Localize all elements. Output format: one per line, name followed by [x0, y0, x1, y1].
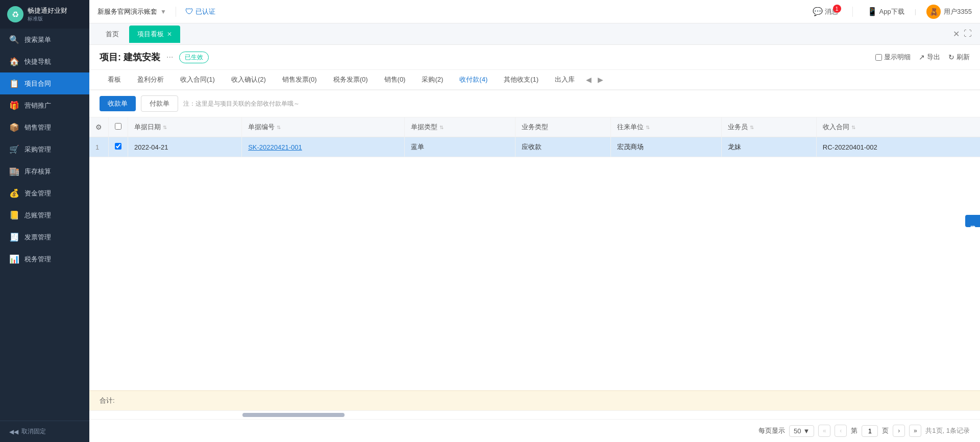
message-button[interactable]: 💬 消息 1	[813, 7, 838, 16]
subnav-tab-payment[interactable]: 收付款(4)	[451, 70, 496, 90]
shield-icon: 🛡	[185, 7, 193, 16]
sub-actionbar: 收款单 付款单 注：这里是与项目关联的全部收付款单哦～	[89, 90, 980, 117]
sidebar-item-label: 发票管理	[24, 233, 51, 242]
maximize-window-button[interactable]: ⛶	[964, 29, 972, 39]
page-input[interactable]	[862, 425, 878, 437]
sidebar-item-tax[interactable]: 📊 税务管理	[0, 248, 89, 270]
row-index-value: 1	[95, 143, 99, 151]
th-salesperson[interactable]: 业务员 ⇅	[722, 117, 816, 137]
sidebar-item-label: 总账管理	[24, 211, 51, 220]
first-page-button[interactable]: «	[818, 425, 830, 437]
sort-icon: ⇅	[851, 125, 855, 130]
subnav-prev-arrow[interactable]: ◀	[583, 70, 595, 89]
topbar: 新服务官网演示账套 ▼ 🛡 已认证 💬 消息 1 📱 App下载 | 🧸 用户3…	[89, 0, 980, 23]
sidebar-item-invoice[interactable]: 🧾 发票管理	[0, 226, 89, 248]
table-row[interactable]: 1 2022-04-21 SK-20220421-001 蓝单	[89, 137, 980, 157]
subnav-tab-purchase[interactable]: 采购(2)	[413, 70, 451, 90]
topbar-divider2	[852, 7, 853, 17]
receipt-bill-button[interactable]: 收款单	[100, 96, 136, 111]
tab-close-icon[interactable]: ✕	[167, 31, 172, 38]
show-detail-checkbox[interactable]: 显示明细	[875, 53, 911, 62]
row-checkbox[interactable]	[115, 143, 121, 150]
payment-bill-button[interactable]: 付款单	[141, 95, 178, 112]
gear-icon[interactable]: ⚙	[95, 123, 102, 131]
show-detail-check[interactable]	[875, 54, 882, 61]
sidebar-item-ledger[interactable]: 📒 总账管理	[0, 204, 89, 226]
row-income-contract-value: RC-20220401-002	[823, 143, 877, 151]
subnav-next-arrow[interactable]: ▶	[595, 70, 606, 89]
subnav-tab-profit[interactable]: 盈利分析	[129, 70, 172, 90]
topbar-certified: 🛡 已认证	[185, 7, 215, 16]
row-number[interactable]: SK-20220421-001	[242, 137, 404, 157]
th-gear[interactable]: ⚙	[89, 117, 109, 137]
app-download-button[interactable]: 📱 App下载	[867, 7, 904, 16]
invoice-icon: 🧾	[9, 232, 19, 242]
subnav-tab-purchase-label: 采购(2)	[422, 76, 443, 83]
sort-icon: ⇅	[439, 125, 444, 130]
user-menu[interactable]: 🧸 用户3355	[926, 5, 972, 19]
refresh-icon: ↻	[948, 53, 954, 61]
page-size-select[interactable]: 50 ▼	[789, 425, 814, 437]
row-number-link[interactable]: SK-20220421-001	[248, 143, 302, 151]
th-date[interactable]: 单据日期 ⇅	[128, 117, 242, 137]
topbar-project-name: 新服务官网演示账套	[97, 7, 157, 16]
app-logo-text: 畅捷通好业财 标准版	[28, 6, 67, 22]
th-type[interactable]: 单据类型 ⇅	[404, 117, 515, 137]
subnav-tab-income-contract-label: 收入合同(1)	[180, 76, 215, 83]
select-all-checkbox[interactable]	[115, 123, 121, 130]
row-type-value: 蓝单	[411, 143, 424, 151]
th-partner[interactable]: 往来单位 ⇅	[611, 117, 722, 137]
cancel-fixed-button[interactable]: ◀◀ 取消固定	[0, 421, 89, 442]
subnav-tab-other-expense[interactable]: 其他收支(1)	[496, 70, 547, 90]
topbar-dropdown-icon[interactable]: ▼	[160, 8, 166, 15]
export-button[interactable]: ↗ 导出	[919, 53, 940, 62]
subnav-tab-sales[interactable]: 销售(0)	[376, 70, 414, 90]
horizontal-scrollbar[interactable]	[242, 413, 345, 417]
sidebar-item-inventory[interactable]: 🏬 库存核算	[0, 160, 89, 182]
project-header-actions: 显示明细 ↗ 导出 ↻ 刷新	[875, 53, 970, 62]
sidebar-item-marketing[interactable]: 🎁 营销推广	[0, 94, 89, 116]
tab-project-board[interactable]: 项目看板 ✕	[129, 26, 180, 43]
tab-project-board-label: 项目看板	[137, 30, 164, 39]
page-unit: 页	[882, 426, 889, 435]
sidebar-item-purchase[interactable]: 🛒 采购管理	[0, 138, 89, 160]
prev-page-button[interactable]: ‹	[835, 425, 847, 437]
page-size-dropdown-icon: ▼	[803, 427, 810, 435]
row-date-value: 2022-04-21	[134, 143, 168, 151]
contract-icon: 📋	[9, 79, 19, 88]
project-header: 项目: 建筑安装 ··· 已生效 显示明细 ↗ 导出 ↻ 刷新	[89, 45, 980, 70]
subnav-tab-income-contract[interactable]: 收入合同(1)	[172, 70, 223, 90]
user-name: 用户3355	[944, 7, 972, 16]
subnav-tab-income-confirm[interactable]: 收入确认(2)	[223, 70, 274, 90]
subnav-tab-sales-invoice-label: 销售发票(0)	[282, 76, 317, 83]
subnav-tab-inout[interactable]: 出入库	[547, 70, 583, 90]
sidebar-item-sales[interactable]: 📦 销售管理	[0, 116, 89, 138]
th-number[interactable]: 单据编号 ⇅	[242, 117, 404, 137]
th-date-label: 单据日期	[134, 122, 161, 132]
sidebar-item-contract[interactable]: 📋 项目合同	[0, 72, 89, 94]
refresh-button[interactable]: ↻ 刷新	[948, 53, 970, 62]
close-window-button[interactable]: ✕	[953, 29, 960, 39]
last-page-button[interactable]: »	[909, 425, 921, 437]
sidebar-item-quicknav[interactable]: 🏠 快捷导航	[0, 51, 89, 72]
subnav-tab-sales-invoice[interactable]: 销售发票(0)	[274, 70, 325, 90]
row-biz-type-value: 应收款	[522, 143, 542, 151]
tab-home[interactable]: 首页	[97, 26, 127, 43]
feedback-button[interactable]: 意见反馈	[965, 215, 980, 227]
sidebar-item-search[interactable]: 🔍 搜索菜单	[0, 29, 89, 51]
window-buttons: ✕ ⛶	[953, 29, 972, 39]
page-total: 共1页, 1条记录	[925, 426, 970, 435]
project-more-button[interactable]: ···	[166, 53, 173, 62]
gift-icon: 🎁	[9, 101, 19, 110]
subnav-tab-board[interactable]: 看板	[100, 70, 129, 90]
sidebar-item-finance[interactable]: 💰 资金管理	[0, 182, 89, 204]
th-salesperson-label: 业务员	[728, 122, 748, 132]
next-page-button[interactable]: ›	[893, 425, 905, 437]
refresh-label: 刷新	[957, 53, 970, 62]
sidebar-item-label: 税务管理	[24, 255, 51, 264]
subnav-tab-tax-invoice[interactable]: 税务发票(0)	[325, 70, 376, 90]
sort-icon: ⇅	[646, 125, 650, 130]
sort-icon: ⇅	[750, 125, 754, 130]
sidebar-item-label: 快捷导航	[24, 57, 51, 66]
th-income-contract[interactable]: 收入合同 ⇅	[816, 117, 980, 137]
